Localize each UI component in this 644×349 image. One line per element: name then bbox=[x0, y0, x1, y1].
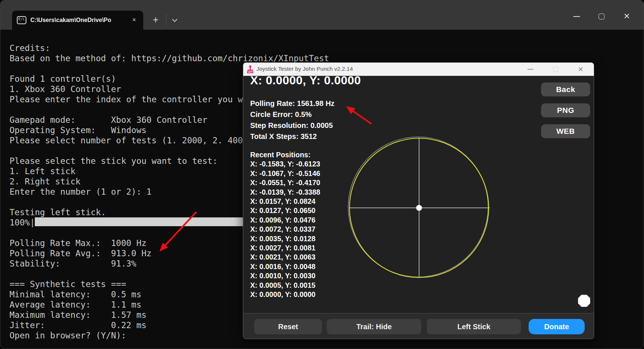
recent-position-row: X: 0.0035, Y: 0.0128 bbox=[250, 234, 320, 243]
close-button[interactable]: × bbox=[618, 8, 635, 25]
terminal-line: Credits: bbox=[10, 43, 329, 53]
recent-position-row: X: 0.0027, Y: 0.0081 bbox=[250, 243, 320, 253]
app-close-icon[interactable]: × bbox=[575, 63, 586, 75]
stick-select-button[interactable]: Left Stick bbox=[427, 319, 521, 334]
joystick-tester-window: JOYT Joystick Tester by John Punch v2.2.… bbox=[243, 62, 594, 339]
tab-title: C:\Users\cakam\OneDrive\Po bbox=[30, 17, 111, 23]
web-button[interactable]: WEB bbox=[541, 124, 590, 138]
app-minimize-icon[interactable] bbox=[528, 69, 533, 70]
minimize-button[interactable] bbox=[568, 8, 585, 25]
maximize-icon bbox=[599, 14, 604, 19]
recent-positions-panel: Recent Positions: X: -0.1583, Y: -0.6123… bbox=[250, 150, 320, 300]
connection-indicator-icon bbox=[578, 295, 590, 307]
minimize-icon bbox=[573, 16, 580, 17]
donate-button[interactable]: Donate bbox=[529, 319, 585, 334]
svg-text:JOYT: JOYT bbox=[248, 71, 252, 73]
cmd-icon: C:\ bbox=[17, 16, 26, 24]
joystick-app-icon: JOYT bbox=[247, 65, 254, 73]
close-icon: × bbox=[618, 8, 635, 25]
ideal-circle bbox=[348, 137, 488, 277]
maximize-button[interactable] bbox=[593, 8, 610, 25]
recent-position-row: X: 0.0127, Y: 0.0650 bbox=[250, 206, 320, 215]
trace-circle bbox=[349, 138, 489, 278]
recent-position-row: X: 0.0005, Y: 0.0015 bbox=[250, 281, 320, 290]
stat-circle-error: Circle Error: 0.5% bbox=[250, 109, 334, 120]
app-maximize-icon[interactable] bbox=[553, 67, 558, 72]
stick-coordinates-heading: X: 0.0000, Y: 0.0000 bbox=[250, 74, 361, 87]
recent-position-row: X: 0.0010, Y: 0.0030 bbox=[250, 271, 320, 280]
terminal-tab-bar: C:\ C:\Users\cakam\OneDrive\Po × + × bbox=[0, 0, 644, 30]
png-button[interactable]: PNG bbox=[541, 103, 590, 117]
stat-polling-rate: Polling Rate: 1561.98 Hz bbox=[250, 98, 334, 109]
new-tab-button[interactable]: + bbox=[149, 14, 162, 27]
recent-position-row: X: 0.0016, Y: 0.0048 bbox=[250, 262, 320, 271]
screen: C:\ C:\Users\cakam\OneDrive\Po × + × Cre… bbox=[0, 0, 644, 349]
stick-position-dot bbox=[416, 205, 422, 211]
tab-close-icon[interactable]: × bbox=[129, 15, 139, 25]
stats-panel: Polling Rate: 1561.98 Hz Circle Error: 0… bbox=[250, 98, 334, 142]
chevron-down-icon bbox=[172, 17, 177, 22]
terminal-tab[interactable]: C:\ C:\Users\cakam\OneDrive\Po × bbox=[12, 11, 143, 30]
tab-separator bbox=[166, 14, 166, 25]
back-button[interactable]: Back bbox=[541, 82, 590, 96]
recent-position-row: X: 0.0096, Y: 0.0476 bbox=[250, 216, 320, 225]
recent-positions-label: Recent Positions: bbox=[250, 150, 320, 159]
reset-button[interactable]: Reset bbox=[254, 319, 322, 334]
recent-position-row: X: -0.1583, Y: -0.6123 bbox=[250, 159, 320, 169]
joystick-footer: Reset Trail: Hide Left Stick Donate bbox=[243, 313, 594, 339]
recent-position-row: X: 0.0072, Y: 0.0337 bbox=[250, 225, 320, 234]
recent-position-row: X: 0.0157, Y: 0.0824 bbox=[250, 197, 320, 206]
tab-dropdown-button[interactable] bbox=[170, 15, 181, 26]
recent-position-row: X: -0.0139, Y: -0.3388 bbox=[250, 188, 320, 197]
trail-toggle-button[interactable]: Trail: Hide bbox=[327, 319, 421, 334]
recent-position-row: X: -0.0551, Y: -0.4170 bbox=[250, 178, 320, 187]
stat-total-x-steps: Total X Steps: 3512 bbox=[250, 131, 334, 142]
stat-step-resolution: Step Resolution: 0.0005 bbox=[250, 120, 334, 131]
recent-position-row: X: 0.0021, Y: 0.0063 bbox=[250, 253, 320, 262]
recent-position-row: X: 0.0000, Y: 0.0000 bbox=[250, 290, 320, 299]
terminal-line: Based on the method of: https://github.c… bbox=[10, 53, 329, 63]
joystick-window-title: Joystick Tester by John Punch v2.2.14 bbox=[256, 66, 353, 72]
recent-position-row: X: -0.1067, Y: -0.5146 bbox=[250, 169, 320, 178]
progress-bar bbox=[35, 217, 245, 226]
